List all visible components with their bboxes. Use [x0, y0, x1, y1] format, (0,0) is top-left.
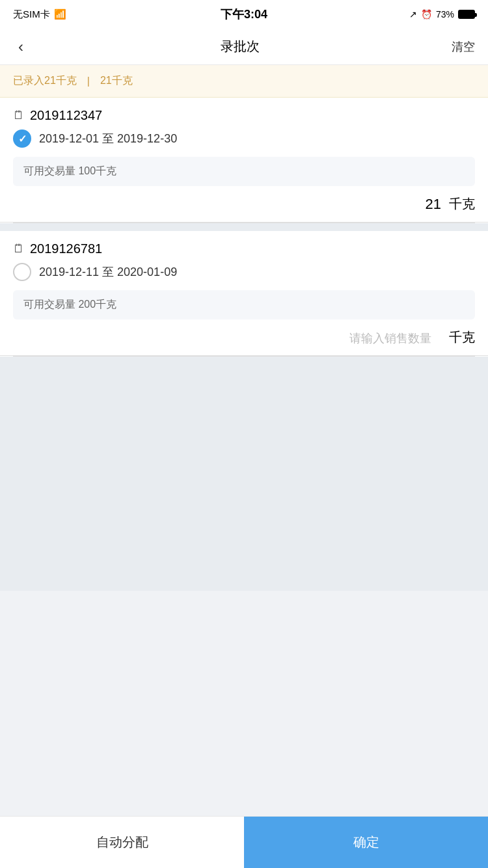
batch-qty-box-2: 可用交易量 200千克 [13, 290, 475, 319]
qty-input-wrapper-2 [13, 329, 441, 346]
info-amount: 21千克 [100, 74, 133, 88]
batch-qty-box-1: 可用交易量 100千克 [13, 157, 475, 186]
battery-percent: 73% [436, 9, 454, 20]
batch-date-row-2: 2019-12-11 至 2020-01-09 [13, 263, 475, 281]
section-divider [0, 223, 488, 231]
batch-number-2: 2019126781 [30, 241, 102, 256]
batch-qty-text-1: 可用交易量 100千克 [23, 165, 116, 176]
batch-doc-icon-2: 🗒 [13, 242, 25, 256]
batch-item-1-inner: 🗒 2019112347 2019-12-01 至 2019-12-30 可用交… [0, 98, 488, 186]
status-left: 无SIM卡 📶 [13, 8, 66, 21]
confirm-button[interactable]: 确定 [244, 817, 488, 868]
sim-text: 无SIM卡 [13, 8, 50, 21]
batch-item-2: 🗒 2019126781 2019-12-11 至 2020-01-09 可用交… [0, 231, 488, 357]
batch-header-1: 🗒 2019112347 [13, 108, 475, 123]
qty-unit-1: 千克 [449, 195, 475, 213]
batch-date-row-1: 2019-12-01 至 2019-12-30 [13, 129, 475, 148]
qty-value-1: 21 [426, 196, 441, 213]
qty-row-1: 21 千克 [0, 186, 488, 223]
clear-button[interactable]: 清空 [452, 39, 475, 55]
alarm-icon: ⏰ [421, 9, 432, 20]
batch-item-1: 🗒 2019112347 2019-12-01 至 2019-12-30 可用交… [0, 98, 488, 223]
batch-qty-text-2: 可用交易量 200千克 [23, 299, 116, 310]
batch-date-2: 2019-12-11 至 2020-01-09 [39, 264, 177, 280]
battery-icon [458, 10, 475, 19]
nav-bar: ‹ 录批次 清空 [0, 29, 488, 65]
batch-date-1: 2019-12-01 至 2019-12-30 [39, 131, 177, 146]
radio-button-1[interactable] [13, 129, 31, 148]
qty-input-2[interactable] [13, 329, 441, 346]
empty-area [0, 357, 488, 591]
auto-distribute-button[interactable]: 自动分配 [0, 817, 244, 868]
status-bar: 无SIM卡 📶 下午3:04 ↗ ⏰ 73% [0, 0, 488, 29]
batch-item-2-inner: 🗒 2019126781 2019-12-11 至 2020-01-09 可用交… [0, 231, 488, 319]
bottom-bar: 自动分配 确定 [0, 816, 488, 868]
radio-button-2[interactable] [13, 263, 31, 281]
back-button[interactable]: ‹ [13, 33, 29, 61]
location-icon: ↗ [409, 9, 417, 20]
status-time: 下午3:04 [221, 7, 267, 22]
qty-row-2: 千克 [0, 319, 488, 356]
content-wrapper: 已录入21千克 | 21千克 🗒 2019112347 2019-12-01 至… [0, 65, 488, 643]
info-bar: 已录入21千克 | 21千克 [0, 65, 488, 98]
qty-input-wrapper-1: 21 [13, 196, 441, 213]
batch-number-1: 2019112347 [30, 108, 102, 123]
batch-header-2: 🗒 2019126781 [13, 241, 475, 256]
wifi-icon: 📶 [54, 8, 66, 20]
recorded-label: 已录入21千克 [13, 74, 77, 88]
page-title: 录批次 [221, 38, 260, 55]
status-right: ↗ ⏰ 73% [409, 9, 475, 20]
batch-doc-icon-1: 🗒 [13, 109, 25, 122]
qty-unit-2: 千克 [449, 329, 475, 346]
info-divider: | [87, 75, 90, 87]
